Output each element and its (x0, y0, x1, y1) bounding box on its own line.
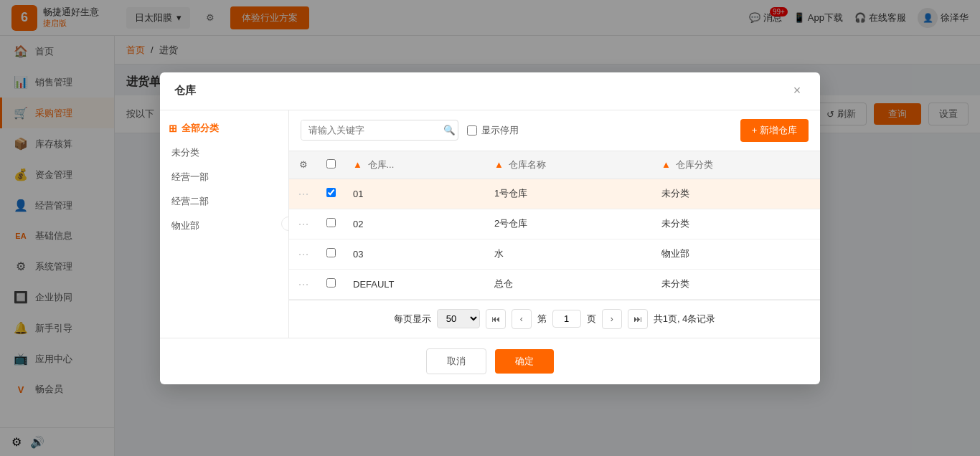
row-code-2: 03 (344, 239, 486, 269)
category-panel: ⊞ 全部分类 未分类 经营一部 经营二部 物业部 《 (160, 110, 289, 338)
search-icon: 🔍 (443, 125, 456, 136)
row-code-0: 01 (344, 179, 486, 209)
row-checkbox-3[interactable] (326, 278, 336, 288)
next-page-btn[interactable]: › (602, 309, 622, 329)
search-input[interactable] (301, 120, 436, 140)
cancel-btn[interactable]: 取消 (426, 348, 486, 374)
warehouse-dialog: 仓库 × ⊞ 全部分类 未分类 经营一部 经营二部 (160, 72, 820, 384)
sort-icon: ▲ (353, 159, 362, 170)
more-icon[interactable]: ··· (298, 247, 308, 261)
right-panel: 🔍 显示停用 + 新增仓库 ⚙ (289, 110, 820, 338)
more-icon[interactable]: ··· (298, 186, 308, 201)
row-gear-2: ··· (289, 239, 318, 269)
grid-icon: ⊞ (169, 123, 177, 134)
col-check (318, 151, 344, 179)
row-category-2: 物业部 (653, 239, 820, 269)
show-disabled-text: 显示停用 (481, 124, 519, 137)
row-check-2 (318, 239, 344, 269)
row-name-2: 水 (486, 239, 653, 269)
row-check-3 (318, 269, 344, 299)
row-name-1: 2号仓库 (486, 209, 653, 239)
table-row[interactable]: ··· DEFAULT 总仓 未分类 (289, 269, 820, 299)
row-check-0 (318, 179, 344, 209)
row-name-0: 1号仓库 (486, 179, 653, 209)
per-page-label: 每页显示 (394, 313, 431, 326)
col-code: ▲ 仓库... (344, 151, 486, 179)
search-box: 🔍 (301, 120, 458, 141)
dialog-overlay: 仓库 × ⊞ 全部分类 未分类 经营一部 经营二部 (0, 0, 980, 456)
per-page-select[interactable]: 50 100 200 (437, 309, 480, 328)
col-category: ▲ 仓库分类 (653, 151, 820, 179)
row-checkbox-0[interactable] (326, 188, 336, 197)
more-icon[interactable]: ··· (298, 217, 308, 231)
sort-icon2: ▲ (494, 159, 504, 170)
dialog-title: 仓库 (174, 84, 196, 98)
all-category-item[interactable]: ⊞ 全部分类 (160, 116, 288, 141)
row-gear-3: ··· (289, 269, 318, 299)
table-header-row: ⚙ ▲ 仓库... ▲ 仓库名称 (289, 151, 820, 179)
category-item-3[interactable]: 物业部 (160, 214, 288, 238)
dialog-body: ⊞ 全部分类 未分类 经营一部 经营二部 物业部 《 (160, 110, 820, 338)
warehouse-table: ⚙ ▲ 仓库... ▲ 仓库名称 (289, 151, 820, 300)
show-disabled-label: 显示停用 (467, 124, 519, 137)
row-category-3: 未分类 (653, 269, 820, 299)
add-warehouse-btn[interactable]: + 新增仓库 (740, 119, 809, 142)
dialog-footer: 取消 确定 (160, 338, 820, 384)
total-label: 共1页, 4条记录 (654, 313, 716, 326)
last-page-btn[interactable]: ⏭ (628, 309, 648, 329)
more-icon[interactable]: ··· (298, 277, 308, 291)
dialog-header: 仓库 × (160, 72, 820, 110)
row-gear-0: ··· (289, 179, 318, 209)
table-row[interactable]: ··· 02 2号仓库 未分类 (289, 209, 820, 239)
prev-page-btn[interactable]: ‹ (512, 309, 532, 329)
page-suffix: 页 (587, 313, 596, 326)
table-row[interactable]: ··· 01 1号仓库 未分类 (289, 179, 820, 209)
page-label: 第 (537, 313, 547, 326)
row-name-3: 总仓 (486, 269, 653, 299)
col-name: ▲ 仓库名称 (486, 151, 653, 179)
all-category-label: 全部分类 (182, 122, 219, 135)
col-gear: ⚙ (289, 151, 318, 179)
table-wrapper: ⚙ ▲ 仓库... ▲ 仓库名称 (289, 151, 820, 300)
row-gear-1: ··· (289, 209, 318, 239)
select-all-checkbox[interactable] (326, 159, 336, 168)
first-page-btn[interactable]: ⏮ (486, 309, 506, 329)
pagination: 每页显示 50 100 200 ⏮ ‹ 第 页 › ⏭ 共1页, 4条记录 (289, 300, 820, 338)
row-code-1: 02 (344, 209, 486, 239)
page-number-input[interactable] (552, 310, 581, 328)
category-item-0[interactable]: 未分类 (160, 141, 288, 165)
right-toolbar: 🔍 显示停用 + 新增仓库 (289, 110, 820, 151)
row-category-1: 未分类 (653, 209, 820, 239)
row-checkbox-1[interactable] (326, 218, 336, 227)
dialog-close-btn[interactable]: × (788, 82, 806, 100)
confirm-btn[interactable]: 确定 (495, 349, 554, 374)
row-check-1 (318, 209, 344, 239)
row-category-0: 未分类 (653, 179, 820, 209)
table-row[interactable]: ··· 03 水 物业部 (289, 239, 820, 269)
row-checkbox-2[interactable] (326, 248, 336, 257)
category-item-2[interactable]: 经营二部 (160, 189, 288, 214)
search-btn[interactable]: 🔍 (436, 120, 458, 140)
row-code-3: DEFAULT (344, 269, 486, 299)
category-item-1[interactable]: 经营一部 (160, 165, 288, 189)
show-disabled-checkbox[interactable] (467, 125, 477, 136)
sort-icon3: ▲ (661, 159, 671, 170)
